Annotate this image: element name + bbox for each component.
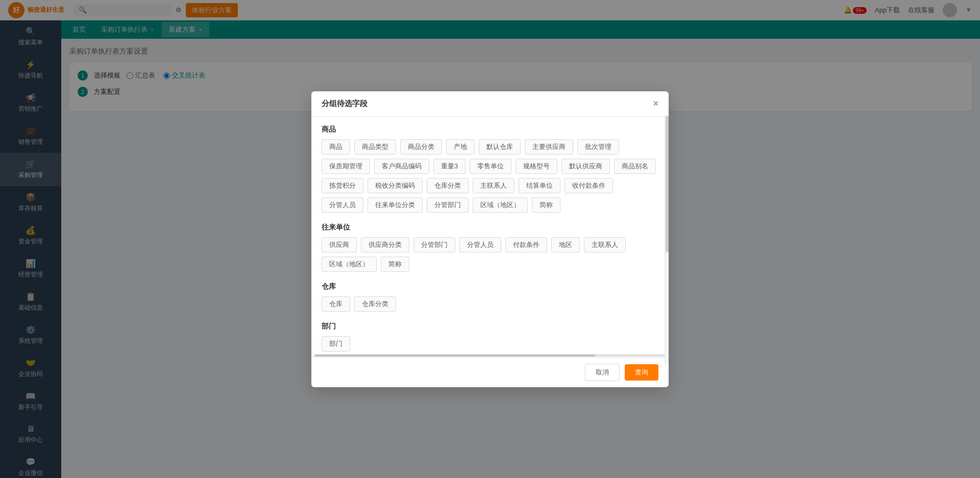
tag-dept[interactable]: 分管部门: [427, 197, 469, 213]
tag-short-name[interactable]: 简称: [532, 197, 560, 213]
modal: 分组待选字段 × 商品 商品 商品类型 商品分类 产地 默认仓库 主要供应商 批…: [311, 91, 669, 387]
section-partner: 往来单位 供应商 供应商分类 分管部门 分管人员 付款条件 地区 主联系人 区域…: [322, 223, 658, 272]
tag-abbr[interactable]: 简称: [381, 257, 409, 272]
tag-managed-person[interactable]: 分管人员: [459, 237, 501, 253]
tag-batch-mgmt[interactable]: 批次管理: [577, 139, 619, 155]
tag-warehouse-category[interactable]: 仓库分类: [427, 178, 469, 193]
cancel-button[interactable]: 取消: [585, 364, 620, 381]
modal-scrollbar-vertical[interactable]: [665, 115, 669, 365]
partner-tags: 供应商 供应商分类 分管部门 分管人员 付款条件 地区 主联系人 区域（地区） …: [322, 237, 658, 272]
tag-product-type[interactable]: 商品类型: [354, 139, 396, 155]
warehouse-tags: 仓库 仓库分类: [322, 296, 658, 312]
tag-product-category[interactable]: 商品分类: [400, 139, 442, 155]
modal-body[interactable]: 商品 商品 商品类型 商品分类 产地 默认仓库 主要供应商 批次管理 保质期管理…: [311, 117, 669, 354]
section-department-title: 部门: [322, 322, 658, 331]
department-tags: 部门: [322, 336, 658, 351]
section-department: 部门 部门: [322, 322, 658, 351]
tag-customer-code[interactable]: 客户商品编码: [374, 159, 429, 174]
tag-default-warehouse[interactable]: 默认仓库: [479, 139, 521, 155]
tag-product[interactable]: 商品: [322, 139, 350, 155]
tag-warehouse[interactable]: 仓库: [322, 296, 350, 312]
modal-close-button[interactable]: ×: [653, 98, 658, 109]
tag-main-contact2[interactable]: 主联系人: [584, 237, 626, 253]
tag-origin[interactable]: 产地: [446, 139, 475, 155]
section-warehouse: 仓库 仓库 仓库分类: [322, 282, 658, 312]
tag-warehouse-cat[interactable]: 仓库分类: [354, 296, 396, 312]
tag-region2[interactable]: 区域（地区）: [322, 257, 377, 272]
tag-settlement-unit[interactable]: 结算单位: [519, 178, 560, 193]
tag-region[interactable]: 区域（地区）: [473, 197, 528, 213]
section-products-title: 商品: [322, 125, 658, 134]
tag-spec-model[interactable]: 规格型号: [516, 159, 557, 174]
tag-main-supplier[interactable]: 主要供应商: [525, 139, 573, 155]
confirm-button[interactable]: 查询: [625, 364, 658, 381]
section-products: 商品 商品 商品类型 商品分类 产地 默认仓库 主要供应商 批次管理 保质期管理…: [322, 125, 658, 213]
section-warehouse-title: 仓库: [322, 282, 658, 291]
modal-footer: 取消 查询: [311, 357, 669, 387]
tag-weight[interactable]: 重量3: [433, 159, 465, 174]
section-partner-title: 往来单位: [322, 223, 658, 232]
modal-scrollbar-horizontal[interactable]: [311, 354, 669, 357]
tag-pick-points[interactable]: 拣货积分: [322, 178, 363, 193]
tag-default-supplier[interactable]: 默认供应商: [561, 159, 610, 174]
tag-pay-terms[interactable]: 付款条件: [505, 237, 547, 253]
tag-managed-dept[interactable]: 分管部门: [413, 237, 455, 253]
products-tags: 商品 商品类型 商品分类 产地 默认仓库 主要供应商 批次管理 保质期管理 客户…: [322, 139, 658, 213]
modal-header: 分组待选字段 ×: [311, 91, 669, 117]
tag-product-alias[interactable]: 商品别名: [614, 159, 656, 174]
tag-area[interactable]: 地区: [551, 237, 580, 253]
tag-manager[interactable]: 分管人员: [322, 197, 363, 213]
modal-title: 分组待选字段: [322, 99, 368, 109]
tag-supplier[interactable]: 供应商: [322, 237, 357, 253]
tag-payment-terms[interactable]: 收付款条件: [565, 178, 613, 193]
modal-overlay[interactable]: 分组待选字段 × 商品 商品 商品类型 商品分类 产地 默认仓库 主要供应商 批…: [0, 0, 980, 478]
tag-retail-unit[interactable]: 零售单位: [470, 159, 511, 174]
tag-supplier-category[interactable]: 供应商分类: [361, 237, 409, 253]
tag-tax-code[interactable]: 税收分类编码: [368, 178, 423, 193]
tag-partner-category[interactable]: 往来单位分类: [368, 197, 423, 213]
tag-department[interactable]: 部门: [322, 336, 350, 351]
tag-main-contact[interactable]: 主联系人: [473, 178, 514, 193]
tag-expiry-mgmt[interactable]: 保质期管理: [322, 159, 370, 174]
